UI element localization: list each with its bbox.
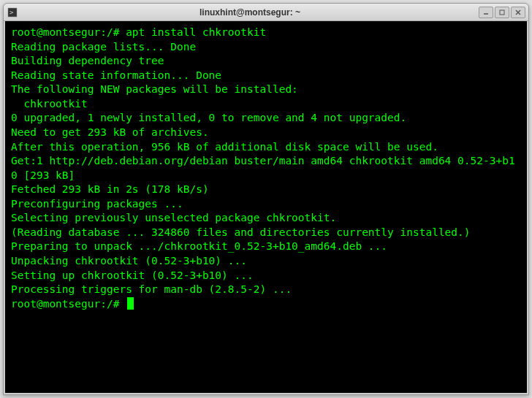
output-line: Need to get 293 kB of archives. [11, 126, 521, 140]
app-icon: > [7, 7, 18, 18]
output-line: Fetched 293 kB in 2s (178 kB/s) [11, 183, 521, 197]
output-line: chkrootkit [11, 97, 521, 112]
output-line: Building dependency tree [11, 54, 521, 69]
titlebar[interactable]: > linuxhint@montsegur: ~ [4, 4, 528, 21]
window-title: linuxhint@montsegur: ~ [21, 7, 479, 18]
output-line: The following NEW packages will be insta… [11, 83, 521, 97]
output-line: Reading package lists... Done [11, 40, 521, 55]
terminal-output[interactable]: root@montsegur:/# apt install chkrootkit… [4, 21, 528, 394]
output-line: Unpacking chkrootkit (0.52-3+b10) ... [11, 254, 521, 269]
output-line: After this operation, 956 kB of addition… [11, 140, 521, 155]
output-line: Preconfiguring packages ... [11, 197, 521, 212]
terminal-window: > linuxhint@montsegur: ~ root@montsegur:… [3, 3, 529, 395]
shell-prompt: root@montsegur:/# [11, 297, 126, 312]
output-line: Setting up chkrootkit (0.52-3+b10) ... [11, 269, 521, 283]
output-line: Preparing to unpack .../chkrootkit_0.52-… [11, 240, 521, 254]
output-line: Processing triggers for man-db (2.8.5-2)… [11, 283, 521, 297]
output-line: 0 upgraded, 1 newly installed, 0 to remo… [11, 111, 521, 126]
svg-text:>: > [10, 9, 14, 16]
output-line: Selecting previously unselected package … [11, 211, 521, 226]
minimize-button[interactable] [479, 7, 493, 18]
cursor [127, 297, 134, 310]
svg-rect-3 [500, 10, 504, 15]
command-text: apt install chkrootkit [126, 26, 266, 38]
prompt-line: root@montsegur:/# [11, 297, 521, 312]
output-line: Reading state information... Done [11, 69, 521, 83]
maximize-button[interactable] [495, 7, 509, 18]
shell-prompt: root@montsegur:/# [11, 26, 126, 38]
output-line: (Reading database ... 324860 files and d… [11, 226, 521, 240]
prompt-line: root@montsegur:/# apt install chkrootkit [11, 26, 521, 40]
close-button[interactable] [511, 7, 525, 18]
output-line: Get:1 http://deb.debian.org/debian buste… [11, 154, 521, 183]
window-controls [479, 7, 525, 18]
